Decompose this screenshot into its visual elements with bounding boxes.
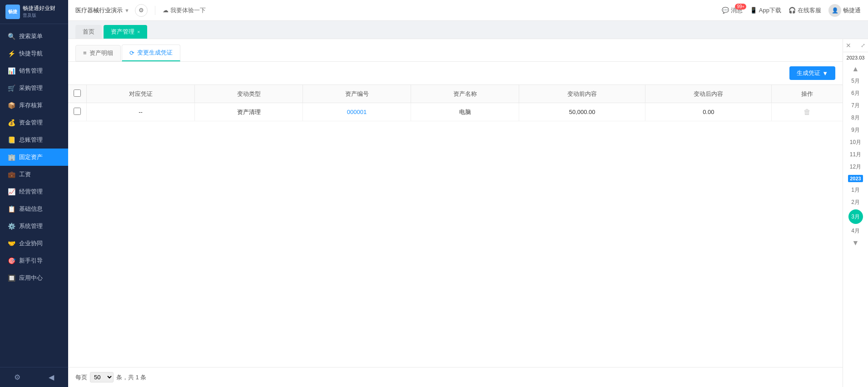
appcenter-icon: 🔲 (7, 274, 15, 282)
sidebar-item-guide[interactable]: 🎯 新手引导 (0, 252, 68, 269)
per-page-select[interactable]: 10 20 50 100 (90, 372, 114, 382)
logo-icon: 畅捷 (5, 5, 20, 19)
sidebar-item-label-ledger: 总账管理 (19, 136, 43, 144)
logo-text-group: 畅捷通好业财 普及版 (23, 5, 55, 19)
operations-icon: 📈 (7, 188, 15, 196)
sidebar-item-appcenter[interactable]: 🔲 应用中心 (0, 269, 68, 287)
sidebar-item-funds[interactable]: 💰 资金管理 (0, 114, 68, 131)
notifications-badge: 99+ (735, 4, 746, 10)
row-checkbox-0[interactable] (74, 108, 81, 115)
company-selector[interactable]: 医疗器械行业演示 ▼ (75, 6, 129, 15)
customer-service-btn[interactable]: 🎧 在线客服 (789, 6, 821, 15)
timeline-month-4[interactable]: 4月 (843, 225, 868, 237)
timeline-year-2023: 2023 (848, 175, 863, 182)
timeline-scroll: 2023.03 ▲ 5月 6月 7月 8月 9月 10月 11月 12月 202… (843, 52, 868, 387)
cloud-icon: ☁ (163, 7, 169, 14)
sidebar-item-fixedasset[interactable]: 🏢 固定资产 (0, 149, 68, 166)
sidebar: 畅捷 畅捷通好业财 普及版 🔍 搜索菜单 ⚡ 快捷导航 📊 销售管理 🛒 采购管… (0, 0, 68, 387)
quicknav-icon: ⚡ (7, 50, 15, 58)
topbar-right: 💬 消息 99+ 📱 App下载 🎧 在线客服 👤 畅捷通 (722, 4, 861, 17)
app-download-btn[interactable]: 📱 App下载 (750, 6, 781, 15)
company-arrow-icon: ▼ (124, 8, 129, 13)
settings-footer-icon[interactable]: ⚙ (10, 371, 24, 383)
company-name: 医疗器械行业演示 (75, 6, 123, 15)
notifications-btn[interactable]: 💬 消息 99+ (722, 6, 743, 15)
col-header-asset-name: 资产名称 (411, 85, 519, 103)
sidebar-item-inventory[interactable]: 📦 库存核算 (0, 97, 68, 114)
timeline-month-6[interactable]: 6月 (843, 87, 868, 99)
sidebar-item-label-fixedasset: 固定资产 (19, 153, 43, 161)
tab-close-icon[interactable]: × (137, 29, 140, 35)
ledger-icon: 📒 (7, 136, 15, 144)
sidebar-item-payroll[interactable]: 💼 工资 (0, 166, 68, 183)
sidebar-item-label-funds: 资金管理 (19, 119, 43, 127)
inventory-icon: 📦 (7, 101, 15, 109)
avatar: 👤 (828, 4, 841, 17)
generate-voucher-btn[interactable]: 生成凭证 ▼ (789, 66, 835, 80)
sidebar-item-purchase[interactable]: 🛒 采购管理 (0, 79, 68, 97)
timeline-month-10[interactable]: 10月 (843, 136, 868, 149)
row-change-type-0: 资产清理 (195, 103, 303, 121)
pagination: 每页 10 20 50 100 条，共 1 条 (68, 367, 843, 387)
timeline-close-btn[interactable]: ✕ (845, 42, 852, 49)
collapse-footer-icon[interactable]: ◀ (45, 371, 58, 383)
timeline-down-btn[interactable]: ▼ (843, 237, 868, 249)
purchase-icon: 🛒 (7, 84, 15, 92)
sidebar-item-system[interactable]: ⚙️ 系统管理 (0, 218, 68, 235)
funds-icon: 💰 (7, 119, 15, 127)
tab-home-label: 首页 (83, 28, 94, 36)
payroll-icon: 💼 (7, 170, 15, 179)
guide-icon: 🎯 (7, 257, 15, 265)
tab-change-voucher[interactable]: ⟳ 变更生成凭证 (122, 45, 180, 61)
sidebar-item-basic[interactable]: 📋 基础信息 (0, 200, 68, 218)
timeline-up-btn[interactable]: ▲ (843, 63, 868, 75)
sidebar-item-ledger[interactable]: 📒 总账管理 (0, 131, 68, 149)
user-menu-btn[interactable]: 👤 畅捷通 (828, 4, 861, 17)
user-icon: 👤 (832, 7, 838, 14)
badge-plus: + (742, 5, 744, 9)
sidebar-item-search[interactable]: 🔍 搜索菜单 (0, 28, 68, 45)
table-row: -- 资产清理 000001 电脑 50,000.00 0.00 🗑 (68, 103, 843, 121)
tab-asset-detail[interactable]: ≡ 资产明细 (75, 45, 121, 61)
tab-home[interactable]: 首页 (75, 25, 102, 39)
sidebar-item-label-quicknav: 快捷导航 (19, 50, 43, 58)
timeline-month-12[interactable]: 12月 (843, 161, 868, 173)
timeline-expand-btn[interactable]: ⤢ (860, 42, 866, 49)
sidebar-item-collab[interactable]: 🤝 企业协同 (0, 235, 68, 252)
sidebar-item-operations[interactable]: 📈 经营管理 (0, 183, 68, 200)
experience-btn[interactable]: ☁ 我要体验一下 (163, 6, 206, 15)
timeline-month-5[interactable]: 5月 (843, 75, 868, 87)
collab-icon: 🤝 (7, 239, 15, 248)
row-after-change-0: 0.00 (645, 103, 772, 121)
timeline-month-7[interactable]: 7月 (843, 99, 868, 112)
row-checkbox-cell (68, 103, 87, 121)
sidebar-item-label-payroll: 工资 (19, 170, 31, 179)
col-header-after-change: 变动后内容 (645, 85, 772, 103)
fixedasset-icon: 🏢 (7, 153, 15, 161)
topbar-settings-btn[interactable]: ⚙ (135, 4, 148, 17)
username: 畅捷通 (843, 6, 861, 15)
sidebar-item-label-purchase: 采购管理 (19, 84, 43, 92)
generate-label: 生成凭证 (797, 69, 820, 77)
sidebar-item-sales[interactable]: 📊 销售管理 (0, 62, 68, 79)
logo-subtitle: 普及版 (23, 12, 55, 19)
per-page-label: 每页 (75, 373, 87, 382)
generate-arrow-icon: ▼ (822, 70, 828, 77)
topbar-divider (155, 6, 155, 15)
timeline-month-8[interactable]: 8月 (843, 112, 868, 124)
col-header-checkbox (68, 85, 87, 103)
timeline-month-9[interactable]: 9月 (843, 124, 868, 136)
basic-icon: 📋 (7, 205, 15, 213)
tab-change-voucher-label: 变更生成凭证 (137, 49, 173, 57)
timeline-month-1[interactable]: 1月 (843, 184, 868, 196)
tab-asset-management[interactable]: 资产管理 × (104, 25, 147, 39)
timeline-month-2[interactable]: 2月 (843, 196, 868, 208)
sidebar-item-quicknav[interactable]: ⚡ 快捷导航 (0, 45, 68, 62)
timeline-month-3-active[interactable]: 3月 (848, 209, 863, 224)
timeline-month-11[interactable]: 11月 (843, 149, 868, 161)
timeline-panel: ✕ ⤢ 2023.03 ▲ 5月 6月 7月 8月 9月 10月 11月 12月… (843, 39, 868, 387)
col-header-operation: 操作 (772, 85, 843, 103)
delete-icon-0[interactable]: 🗑 (804, 108, 811, 116)
select-all-checkbox[interactable] (74, 89, 81, 97)
sidebar-item-label-appcenter: 应用中心 (19, 274, 43, 282)
